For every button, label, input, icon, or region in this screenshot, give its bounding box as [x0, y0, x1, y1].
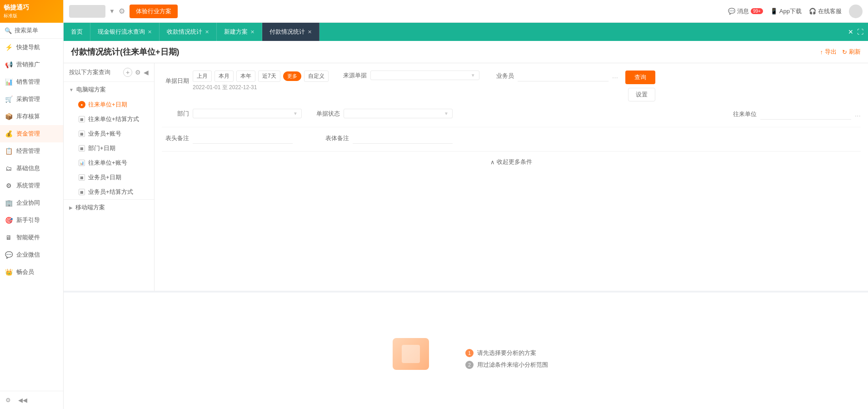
sidebar-item-quick-nav[interactable]: ⚡ 快捷导航	[0, 39, 63, 56]
query-btn[interactable]: 查询	[625, 71, 655, 84]
tab-new-scheme-close[interactable]: ✕	[250, 29, 254, 35]
empty-box	[393, 338, 429, 370]
sidebar-item-operation[interactable]: 📋 经营管理	[0, 142, 63, 160]
source-label: 来源单据	[339, 71, 367, 80]
counterpart-label: 往来单位	[729, 110, 757, 118]
tab-payment-stats-close[interactable]: ✕	[308, 29, 312, 35]
sidebar-item-inventory[interactable]: 📦 库存核算	[0, 108, 63, 125]
scheme-item-counterpart-settlement[interactable]: ▦ 往来单位+结算方式	[64, 112, 154, 126]
sidebar-item-wechat[interactable]: 💬 企业微信	[0, 246, 63, 263]
sidebar-collapse-btn[interactable]: ◀◀	[16, 395, 29, 405]
app-download-btn[interactable]: 📱 App下载	[770, 7, 802, 15]
tab-receipt-stats-label: 收款情况统计	[167, 28, 202, 36]
user-avatar[interactable]	[849, 5, 863, 18]
scheme-item-staff-account[interactable]: ▦ 业务员+账号	[64, 126, 154, 141]
sidebar-item-marketing[interactable]: 📢 营销推广	[0, 56, 63, 73]
sidebar-item-sales[interactable]: 📊 销售管理	[0, 73, 63, 91]
tab-receipt-stats-close[interactable]: ✕	[205, 29, 209, 35]
tab-payment-stats[interactable]: 付款情况统计 ✕	[262, 23, 319, 41]
sidebar-search[interactable]: 🔍 搜索菜单	[0, 23, 63, 39]
topbar-settings-icon[interactable]: ⚙	[119, 7, 125, 15]
tab-home[interactable]: 首页	[64, 23, 90, 41]
scheme-item-counterpart-settlement-label: 往来单位+结算方式	[88, 115, 139, 123]
date-label: 单据日期	[162, 77, 189, 85]
tab-bank-flow-close[interactable]: ✕	[148, 29, 152, 35]
scheme-item-counterpart-date[interactable]: ● 往来单位+日期	[64, 97, 154, 112]
source-select-arrow: ▼	[471, 73, 475, 78]
sidebar-item-label: 基础信息	[16, 164, 40, 172]
scheme-category-desktop[interactable]: ▼ 电脑端方案	[64, 82, 154, 97]
scheme-item-staff-settlement[interactable]: ▦ 业务员+结算方式	[64, 185, 154, 199]
filter-actions: 查询 设置	[625, 71, 655, 101]
counterpart-account-icon: 📊	[78, 159, 85, 167]
hardware-icon: 🖥	[5, 233, 13, 242]
topbar-dropdown-arrow[interactable]: ▼	[109, 8, 115, 15]
tab-close-all-btn[interactable]: ✕	[848, 28, 853, 35]
date-this-month-btn[interactable]: 本月	[215, 71, 234, 82]
date-custom-btn[interactable]: 自定义	[304, 71, 329, 82]
tab-receipt-stats[interactable]: 收款情况统计 ✕	[160, 23, 217, 41]
table-body-field: 表体备注	[322, 133, 453, 144]
source-select[interactable]: ▼	[370, 71, 479, 80]
counterpart-dots-btn[interactable]: ...	[855, 110, 861, 118]
sidebar-settings-btn[interactable]: ⚙	[4, 395, 13, 405]
staff-settlement-icon: ▦	[78, 188, 85, 196]
scheme-category-mobile[interactable]: ▶ 移动端方案	[64, 199, 154, 215]
mobile-category-label: 移动端方案	[75, 203, 105, 212]
scheme-settings-btn[interactable]: ⚙	[135, 69, 141, 76]
sidebar-item-label: 系统管理	[16, 182, 40, 190]
date-last-month-btn[interactable]: 上月	[193, 71, 212, 82]
tab-new-scheme[interactable]: 新建方案 ✕	[217, 23, 262, 41]
collapse-label: 收起更多条件	[497, 158, 532, 166]
sidebar-item-purchase[interactable]: 🛒 采购管理	[0, 91, 63, 108]
counterpart-input[interactable]	[760, 109, 851, 120]
online-service-btn[interactable]: 🎧 在线客服	[809, 7, 842, 15]
messages-btn[interactable]: 💬 消息 99+	[728, 7, 763, 15]
sidebar-item-basic[interactable]: 🗂 基础信息	[0, 160, 63, 177]
sidebar-item-label: 企业协同	[16, 199, 40, 207]
table-header-input[interactable]	[193, 133, 293, 144]
collapse-more-btn[interactable]: ∧ 收起更多条件	[165, 154, 858, 170]
date-field: 单据日期 上月 本月 本年 近7天 更多 自定义 2022-01-01 至 20…	[162, 71, 329, 91]
export-btn[interactable]: ↑ 导出	[820, 48, 837, 56]
scheme-item-dept-date[interactable]: ▦ 部门+日期	[64, 141, 154, 156]
scheme-item-counterpart-account[interactable]: 📊 往来单位+账号	[64, 156, 154, 170]
sales-icon: 📊	[5, 78, 13, 86]
staff-dots-btn[interactable]: ...	[612, 72, 618, 80]
sidebar-item-member[interactable]: 👑 畅会员	[0, 263, 63, 281]
date-last-7-days-btn[interactable]: 近7天	[258, 71, 280, 82]
sidebar-footer: ⚙ ◀◀	[0, 391, 63, 409]
trial-btn[interactable]: 体验行业方案	[130, 5, 178, 18]
refresh-btn[interactable]: ↻ 刷新	[842, 48, 861, 56]
finance-icon: 💰	[5, 130, 13, 138]
sidebar-item-finance[interactable]: 💰 资金管理	[0, 125, 63, 142]
guide-icon: 🎯	[5, 216, 13, 224]
tab-maximize-btn[interactable]: ⛶	[857, 28, 863, 35]
scheme-item-counterpart-date-label: 往来单位+日期	[88, 101, 127, 109]
voucher-status-select[interactable]: ▼	[344, 109, 453, 118]
sidebar-item-enterprise[interactable]: 🏢 企业协同	[0, 194, 63, 212]
dept-select[interactable]: ▼	[193, 109, 302, 118]
sidebar-item-label: 采购管理	[16, 95, 40, 103]
empty-box-inner	[402, 345, 420, 363]
sidebar-item-label: 经营管理	[16, 147, 40, 155]
scheme-item-staff-date-label: 业务员+日期	[88, 173, 121, 182]
filter-settings-btn[interactable]: 设置	[628, 88, 655, 101]
scheme-add-btn[interactable]: +	[123, 68, 132, 77]
scheme-collapse-btn[interactable]: ◀	[144, 69, 149, 76]
sidebar-item-system[interactable]: ⚙ 系统管理	[0, 177, 63, 194]
date-this-year-btn[interactable]: 本年	[236, 71, 255, 82]
tab-bank-flow[interactable]: 现金银行流水查询 ✕	[90, 23, 160, 41]
sidebar-item-hardware[interactable]: 🖥 智能硬件	[0, 229, 63, 246]
sidebar-header: 畅捷通巧 标准版	[0, 0, 63, 23]
scheme-item-staff-date[interactable]: ▦ 业务员+日期	[64, 170, 154, 185]
table-body-input[interactable]	[353, 133, 453, 144]
tab-home-label: 首页	[71, 28, 83, 36]
sidebar-item-label: 营销推广	[16, 61, 40, 69]
sidebar-item-guide[interactable]: 🎯 新手引导	[0, 212, 63, 229]
staff-label: 业务员	[487, 72, 514, 80]
staff-input[interactable]	[518, 71, 609, 81]
date-more-btn[interactable]: 更多	[283, 71, 301, 81]
step-num-1: 1	[465, 349, 474, 357]
table-header-label: 表头备注	[162, 134, 189, 142]
